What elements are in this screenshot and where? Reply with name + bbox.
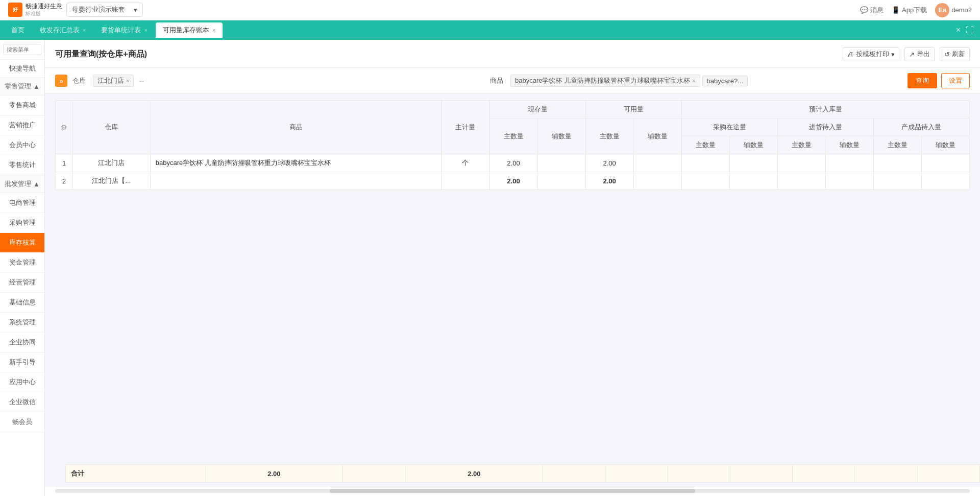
row-available-aux bbox=[633, 172, 681, 190]
query-button[interactable]: 查询 bbox=[908, 73, 937, 88]
row-index: 2 bbox=[56, 172, 73, 190]
data-table: ⚙ 仓库 商品 主计量 现存量 可用量 预计入库量 主数量 辅数量 主数量 辅数… bbox=[55, 100, 970, 190]
row-purchase-transit-main bbox=[681, 154, 729, 172]
search-input[interactable] bbox=[3, 44, 41, 55]
row-available-main: 2.00 bbox=[585, 172, 633, 190]
page-title: 可用量查询(按仓库+商品) bbox=[55, 49, 147, 66]
table-container[interactable]: ⚙ 仓库 商品 主计量 现存量 可用量 预计入库量 主数量 辅数量 主数量 辅数… bbox=[45, 94, 980, 464]
sidebar-label-basic-info: 基础信息 bbox=[9, 298, 36, 307]
tab-receipt-summary-label: 收发存汇总表 bbox=[40, 26, 80, 35]
col-finished-main-header: 主数量 bbox=[873, 136, 921, 154]
settings-button[interactable]: 设置 bbox=[941, 73, 970, 88]
sidebar-item-enterprise-wechat[interactable]: 企业微信 bbox=[0, 392, 44, 412]
sidebar-item-wholesale-mgmt[interactable]: 批发管理 ▲ bbox=[0, 175, 44, 193]
print-button[interactable]: 🖨 按模板打印 ▾ bbox=[843, 47, 899, 61]
footer-available-main: 2.00 bbox=[405, 465, 543, 483]
window-maximize-icon[interactable]: ⛶ bbox=[964, 23, 976, 37]
col-product-header: 商品 bbox=[150, 101, 442, 154]
chevron-down-icon-print: ▾ bbox=[891, 51, 895, 58]
row-finished-main bbox=[873, 172, 921, 190]
sidebar-item-operations-mgmt[interactable]: 经营管理 bbox=[0, 273, 44, 293]
sidebar-item-purchase-mgmt[interactable]: 采购管理 bbox=[0, 213, 44, 233]
row-purchase-transit-main bbox=[681, 172, 729, 190]
sidebar: 快捷导航 零售管理 ▲ 零售商城 营销推广 会员中心 零售统计 批发管理 ▲ 电… bbox=[0, 40, 45, 496]
row-incoming-aux bbox=[825, 172, 873, 190]
col-available-header: 可用量 bbox=[585, 101, 681, 119]
logo-subtitle: 标准版 bbox=[26, 10, 62, 17]
product-tags: babycare学饮杯 儿童防摔防撞吸管杯重力球吸嘴杯宝宝水杯 × babyca… bbox=[510, 75, 902, 87]
row-available-aux bbox=[633, 154, 681, 172]
footer-purchase-transit-aux bbox=[668, 465, 730, 483]
sidebar-label-enterprise-collab: 企业协同 bbox=[9, 338, 36, 347]
printer-icon: 🖨 bbox=[847, 51, 854, 58]
footer-incoming-aux bbox=[793, 465, 855, 483]
tab-home[interactable]: 首页 bbox=[4, 22, 32, 38]
warehouse-tags: 江北门店 × ··· bbox=[93, 75, 485, 87]
refresh-button[interactable]: ↺ 刷新 bbox=[940, 47, 970, 61]
window-close-icon[interactable]: × bbox=[954, 23, 963, 37]
row-stock-aux bbox=[537, 172, 585, 190]
sidebar-item-vip-member[interactable]: 畅会员 bbox=[0, 412, 44, 432]
store-selector[interactable]: 母婴行业演示账套 ▾ bbox=[66, 3, 143, 17]
sidebar-label-ecommerce-mgmt: 电商管理 bbox=[9, 198, 36, 207]
scrollbar-thumb[interactable] bbox=[330, 489, 696, 493]
tab-inventory-ledger[interactable]: 可用量库存账本 × bbox=[156, 22, 223, 38]
filter-expand-button[interactable]: » bbox=[55, 75, 67, 87]
row-warehouse: 江北门店 bbox=[73, 154, 151, 172]
tab-order-stats-close[interactable]: × bbox=[144, 27, 147, 33]
sidebar-item-finance-mgmt[interactable]: 资金管理 bbox=[0, 253, 44, 273]
scrollbar-track[interactable] bbox=[55, 489, 970, 493]
col-purchase-transit-header: 采购在途量 bbox=[681, 119, 777, 136]
sidebar-item-basic-info[interactable]: 基础信息 bbox=[0, 293, 44, 313]
export-button[interactable]: ↗ 导出 bbox=[904, 47, 935, 61]
product-label: 商品 bbox=[490, 76, 503, 85]
sidebar-item-new-user-guide[interactable]: 新手引导 bbox=[0, 352, 44, 372]
sidebar-item-ecommerce-mgmt[interactable]: 电商管理 bbox=[0, 193, 44, 213]
footer-total-table: 合计 2.00 2.00 bbox=[65, 464, 980, 483]
sidebar-item-retail-mgmt[interactable]: 零售管理 ▲ bbox=[0, 78, 44, 96]
sidebar-item-retail-mall[interactable]: 零售商城 bbox=[0, 96, 44, 115]
col-unit-header: 主计量 bbox=[442, 101, 489, 154]
filter-dots[interactable]: ··· bbox=[136, 77, 146, 85]
row-incoming-main bbox=[777, 154, 825, 172]
tab-order-stats-label: 要货单统计表 bbox=[101, 26, 141, 35]
sidebar-item-retail-stats[interactable]: 零售统计 bbox=[0, 155, 44, 175]
sidebar-label-finance-mgmt: 资金管理 bbox=[9, 258, 36, 267]
sidebar-item-marketing[interactable]: 营销推广 bbox=[0, 115, 44, 135]
table-header-row-1: ⚙ 仓库 商品 主计量 现存量 可用量 预计入库量 bbox=[56, 101, 970, 119]
sidebar-item-inventory-check[interactable]: 库存核算 bbox=[0, 233, 44, 253]
search-menu-area bbox=[0, 40, 44, 60]
app-download-button[interactable]: 📱 App下载 bbox=[892, 6, 927, 15]
sidebar-item-app-center[interactable]: 应用中心 bbox=[0, 372, 44, 392]
tab-order-stats[interactable]: 要货单统计表 × bbox=[94, 22, 154, 38]
user-profile[interactable]: Ea demo2 bbox=[935, 3, 972, 17]
sidebar-label-retail-stats: 零售统计 bbox=[9, 160, 36, 170]
footer-total-label: 合计 bbox=[66, 465, 206, 483]
row-purchase-transit-aux bbox=[729, 172, 777, 190]
product-tag-1[interactable]: babycare?... bbox=[702, 76, 748, 86]
top-bar: 好 畅捷通好生意 标准版 母婴行业演示账套 ▾ 💬 消息 📱 App下载 Ea … bbox=[0, 0, 980, 20]
tab-receipt-summary[interactable]: 收发存汇总表 × bbox=[33, 22, 93, 38]
tab-inventory-ledger-close[interactable]: × bbox=[212, 27, 215, 33]
row-unit bbox=[442, 172, 489, 190]
gear-icon[interactable]: ⚙ bbox=[61, 123, 67, 131]
tab-receipt-summary-close[interactable]: × bbox=[83, 27, 86, 33]
product-tag-0[interactable]: babycare学饮杯 儿童防摔防撞吸管杯重力球吸嘴杯宝宝水杯 × bbox=[510, 75, 700, 87]
sidebar-item-system-mgmt[interactable]: 系统管理 bbox=[0, 313, 44, 333]
message-button[interactable]: 💬 消息 bbox=[860, 6, 884, 15]
col-finished-aux-header: 辅数量 bbox=[921, 136, 969, 154]
sidebar-label-purchase-mgmt: 采购管理 bbox=[9, 218, 36, 227]
warehouse-label: 仓库 bbox=[72, 76, 86, 85]
sidebar-item-enterprise-collab[interactable]: 企业协同 bbox=[0, 333, 44, 352]
footer-stock-main: 2.00 bbox=[205, 465, 343, 483]
warehouse-tag-0-remove[interactable]: × bbox=[126, 78, 129, 84]
tab-home-label: 首页 bbox=[11, 26, 24, 35]
sidebar-label-retail-mgmt: 零售管理 bbox=[5, 82, 31, 91]
col-stock-header: 现存量 bbox=[489, 101, 585, 119]
sidebar-label-member-center: 会员中心 bbox=[9, 140, 36, 150]
sidebar-item-quick-nav[interactable]: 快捷导航 bbox=[0, 60, 44, 78]
warehouse-tag-0[interactable]: 江北门店 × bbox=[93, 75, 134, 87]
col-settings-header[interactable]: ⚙ bbox=[56, 101, 73, 154]
product-tag-0-remove[interactable]: × bbox=[692, 78, 695, 84]
sidebar-item-member-center[interactable]: 会员中心 bbox=[0, 135, 44, 155]
